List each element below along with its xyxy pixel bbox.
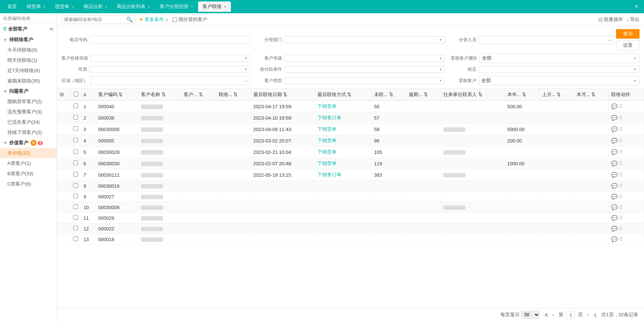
grid-icon[interactable]: ⠿: [619, 226, 623, 232]
grid-icon[interactable]: ⠿: [619, 183, 623, 189]
row-last-method[interactable]: 下销售订单: [317, 172, 341, 177]
row-last-method[interactable]: 下销货单: [317, 149, 337, 155]
row-checkbox[interactable]: [73, 103, 78, 108]
query-button[interactable]: 查询: [616, 29, 640, 39]
nav-tab-customer-layer[interactable]: 客户分层经营 ×: [155, 1, 197, 12]
chat-icon[interactable]: 💬: [611, 103, 617, 109]
sidebar-all-customers[interactable]: ⠿ 全部客户 ≪: [0, 24, 57, 35]
nav-tab-home[interactable]: 首页: [3, 1, 21, 12]
first-page-btn[interactable]: K: [543, 311, 550, 318]
th-type[interactable]: 客户... ⇅: [182, 89, 216, 101]
reset-button[interactable]: 设置: [616, 40, 640, 50]
th-code[interactable]: 客户编码 ⇅: [96, 89, 138, 101]
filter-select-retail-customer[interactable]: 全部▼: [479, 76, 640, 85]
nav-tab-goods-analysis-close[interactable]: ×: [105, 4, 107, 9]
row-last-method[interactable]: 下销货单: [317, 160, 337, 166]
grid-icon[interactable]: ⠿: [619, 138, 623, 144]
row-checkbox[interactable]: [73, 149, 78, 154]
grid-icon[interactable]: ⠿: [619, 126, 623, 132]
sidebar-item-tomorrow-pending[interactable]: 明天待联络(1): [0, 55, 57, 66]
sidebar-item-class-c[interactable]: C类客户(6): [0, 179, 57, 189]
chat-icon[interactable]: 💬: [611, 138, 617, 144]
chat-icon[interactable]: 💬: [611, 126, 617, 132]
sidebar-item-class-a[interactable]: A类客户(1): [0, 158, 57, 169]
sidebar-item-class-b[interactable]: B类客户(33): [0, 169, 57, 179]
th-no-contact[interactable]: 未联... ⇅: [372, 89, 407, 101]
th-last-method[interactable]: 最后联络方式 ⇅: [315, 89, 372, 101]
row-last-method[interactable]: 下销货单: [317, 138, 337, 143]
select-all-checkbox[interactable]: [74, 92, 78, 96]
filter-select-payment[interactable]: ▼: [284, 66, 445, 73]
sidebar-item-ungroup[interactable]: 未分组(32): [0, 148, 57, 158]
th-this-month[interactable]: 本月... ⇅: [574, 89, 609, 101]
sidebar-item-declining[interactable]: 持续下滑客户(2): [0, 127, 57, 138]
chat-icon[interactable]: 💬: [611, 172, 617, 178]
filter-select-dept[interactable]: ▼: [284, 36, 445, 43]
filter-search-box[interactable]: 🔍: [61, 15, 135, 24]
filter-search-input[interactable]: [64, 17, 125, 22]
row-checkbox[interactable]: [73, 204, 78, 209]
row-checkbox[interactable]: [73, 160, 78, 165]
chat-icon[interactable]: 💬: [611, 204, 617, 210]
th-overdue[interactable]: 逾期... ⇅: [407, 89, 441, 101]
filter-input-phone[interactable]: [89, 36, 250, 44]
th-contact[interactable]: 联络... ⇅: [216, 89, 251, 101]
batch-ops-btn[interactable]: ☑ 批量操作: [598, 16, 623, 23]
more-conditions-btn[interactable]: ▼ 更多条件 ∧: [139, 16, 169, 23]
th-year-amount[interactable]: 本年... ⇅: [505, 89, 539, 101]
row-checkbox[interactable]: [73, 215, 78, 220]
filter-select-manager[interactable]: ···: [479, 36, 614, 44]
nav-tab-goods-analysis-list-close[interactable]: ×: [148, 4, 150, 9]
close-all-button[interactable]: ×: [632, 3, 641, 10]
th-last-date[interactable]: 最后联络日期 ⇅: [251, 89, 315, 101]
last-page-btn[interactable]: ›|: [592, 311, 598, 318]
row-checkbox[interactable]: [73, 172, 78, 177]
my-customers-checkbox-container[interactable]: 我分管的客户: [172, 16, 207, 23]
filter-select-region[interactable]: ···: [90, 77, 250, 85]
row-checkbox[interactable]: [73, 126, 78, 131]
grid-icon[interactable]: ⠿: [619, 194, 623, 200]
prev-page-btn[interactable]: ‹: [551, 311, 556, 318]
sidebar-search-input[interactable]: [3, 16, 57, 21]
nav-tab-purchase[interactable]: 进货单 ×: [50, 1, 78, 12]
sidebar-pending-header[interactable]: ▼ 待联络客户: [0, 35, 57, 45]
sidebar-item-today-pending[interactable]: 今天待联络(0): [0, 45, 57, 55]
export-btn[interactable]: ↓ 导出: [627, 16, 640, 23]
grid-icon[interactable]: ⠿: [619, 204, 623, 210]
grid-icon[interactable]: ⠿: [619, 149, 623, 155]
chat-icon[interactable]: 💬: [611, 149, 617, 155]
row-last-method[interactable]: 下销货单: [317, 126, 337, 132]
row-checkbox[interactable]: [73, 138, 78, 142]
th-settings[interactable]: ⚙: [57, 89, 71, 101]
grid-icon[interactable]: ⠿: [619, 215, 623, 221]
sidebar-item-churned[interactable]: 已流失客户(24): [0, 117, 57, 127]
pagesize-select[interactable]: 50 100 200: [521, 311, 540, 319]
row-checkbox[interactable]: [73, 194, 78, 198]
value-refresh-icon[interactable]: ↻: [31, 140, 36, 146]
row-last-method[interactable]: 下销货单: [317, 103, 337, 109]
filter-select-status[interactable]: ▼: [479, 66, 640, 73]
filter-select-customer-type[interactable]: ▼: [284, 77, 445, 84]
nav-tab-sales-close[interactable]: ×: [43, 4, 45, 9]
chat-icon[interactable]: 💬: [611, 160, 617, 166]
row-checkbox[interactable]: [73, 226, 78, 230]
nav-tab-customer-contact-close[interactable]: ×: [224, 4, 226, 9]
th-checkbox[interactable]: [71, 89, 81, 101]
grid-icon[interactable]: ⠿: [619, 160, 623, 166]
sidebar-item-abnormal[interactable]: 囤购异常客户(2): [0, 96, 57, 107]
grid-icon[interactable]: ⠿: [619, 172, 623, 178]
filter-select-property[interactable]: ▼: [89, 66, 250, 73]
th-partner-contact[interactable]: 往来单位联系人 ⇅: [441, 89, 505, 101]
nav-tab-customer-contact[interactable]: 客户联络 ×: [198, 1, 230, 12]
chat-icon[interactable]: 💬: [611, 226, 617, 232]
sidebar-value-header[interactable]: ▼ 价值客户 ↻ 8: [0, 138, 57, 148]
nav-tab-purchase-close[interactable]: ×: [71, 4, 74, 9]
filter-select-retail-attr[interactable]: 全部▼: [479, 53, 640, 63]
page-number-input[interactable]: 1: [566, 311, 575, 319]
grid-icon[interactable]: ⠿: [619, 115, 623, 121]
next-page-btn[interactable]: ›: [586, 311, 590, 318]
nav-tab-sales[interactable]: 销货单 ×: [22, 1, 50, 12]
grid-icon[interactable]: ⠿: [619, 103, 623, 109]
nav-tab-goods-analysis-list[interactable]: 商品分析列表 ×: [112, 1, 154, 12]
sidebar-item-overdue-pending[interactable]: 逾期未联络(30): [0, 76, 57, 86]
